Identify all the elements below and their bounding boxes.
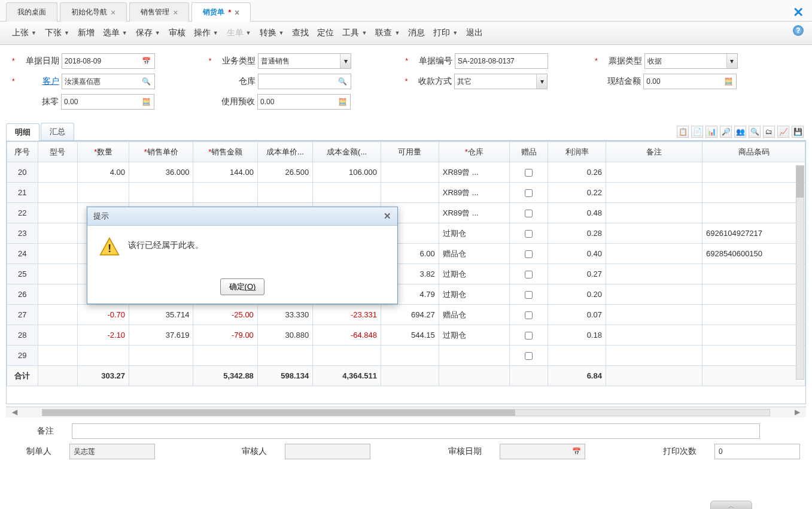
cell[interactable]: 27 [7,305,38,325]
cell[interactable] [38,284,78,305]
cell[interactable]: -25.00 [193,305,257,325]
close-icon[interactable]: × [111,8,115,17]
chart-icon[interactable]: 📈 [777,126,789,138]
gift-checkbox[interactable] [525,291,533,299]
toolbar-联查[interactable]: 联查▼ [372,25,403,41]
cell[interactable] [38,223,78,244]
copy-icon[interactable]: 📋 [677,126,689,138]
gift-checkbox[interactable] [525,352,533,360]
col-header[interactable]: *销售金额 [193,142,257,162]
cell[interactable] [509,305,548,325]
cell[interactable] [381,183,439,203]
cell[interactable]: 0.28 [548,223,606,244]
cols-icon[interactable]: 🗂 [763,126,775,138]
cell[interactable]: 22 [7,203,38,223]
export-icon[interactable]: 📊 [705,126,717,138]
gift-checkbox[interactable] [525,169,533,177]
cell[interactable] [38,162,78,183]
cell[interactable] [606,305,702,325]
subtab-detail[interactable]: 明细 [6,123,39,141]
cell[interactable] [381,162,439,183]
cell[interactable]: 6926104927217 [702,223,805,244]
gift-checkbox[interactable] [525,271,533,278]
tab-sales-mgmt[interactable]: 销售管理× [129,2,189,22]
gift-checkbox[interactable] [525,210,533,217]
tab-sales-order[interactable]: 销货单 *× [191,2,251,22]
find-icon[interactable]: 🔎 [720,126,732,138]
gift-checkbox[interactable] [525,332,533,340]
cell[interactable] [702,183,805,203]
cell[interactable] [78,346,129,366]
cell[interactable]: XR89曾 ... [439,162,509,183]
dropdown-icon[interactable]: ▾ [536,74,547,89]
cell[interactable] [606,346,702,366]
tab-desktop[interactable]: 我的桌面 [6,2,57,22]
subtab-summary[interactable]: 汇总 [41,123,74,140]
cell[interactable] [606,244,702,264]
gift-checkbox[interactable] [525,311,533,319]
toolbar-操作[interactable]: 操作▼ [190,25,222,41]
close-all-icon[interactable]: ✕ [793,5,804,20]
toolbar-上张[interactable]: 上张▼ [8,25,40,41]
input-customer[interactable]: 汝溪嘉佰惠🔍 [62,74,155,89]
cell[interactable] [509,183,548,203]
col-header[interactable]: 序号 [7,142,38,162]
cell[interactable]: -23.331 [313,305,381,325]
toolbar-查找[interactable]: 查找 [288,25,312,41]
col-header[interactable]: *仓库 [439,142,509,162]
col-header[interactable]: 成本金额(... [313,142,381,162]
cell[interactable]: 过期仓 [439,325,509,346]
close-icon[interactable]: ✕ [384,211,391,222]
cell[interactable]: 赠品仓 [439,305,509,325]
cell[interactable] [702,325,805,346]
search-icon[interactable]: 🔍 [141,76,152,87]
col-header[interactable]: 备注 [606,142,702,162]
toolbar-消息[interactable]: 消息 [405,25,428,41]
cell[interactable] [313,346,381,366]
cell[interactable] [78,183,129,203]
input-biz[interactable]: 普通销售▾ [258,53,351,69]
cell[interactable]: 35.714 [129,305,193,325]
toolbar-下张[interactable]: 下张▼ [41,25,73,41]
toolbar-选单[interactable]: 选单▼ [99,25,131,41]
cell[interactable] [702,264,805,284]
ok-button[interactable]: 确定(O) [220,278,265,295]
table-row[interactable]: 204.0036.000144.0026.500106.000XR89曾 ...… [7,162,805,183]
calc-icon[interactable]: 🧮 [337,96,348,107]
cell[interactable]: 过期仓 [439,284,509,305]
input-remark[interactable] [72,423,760,439]
cell[interactable] [606,264,702,284]
cell[interactable]: 24 [7,244,38,264]
col-header[interactable]: 成本单价... [257,142,312,162]
row-icon[interactable]: 👥 [734,126,746,138]
table-row[interactable]: 28-2.1037.619-79.0030.880-64.848544.15过期… [7,325,805,346]
cell[interactable]: 0.40 [548,244,606,264]
cell[interactable]: 20 [7,162,38,183]
col-header[interactable]: *数量 [78,142,129,162]
paste-icon[interactable]: 📄 [691,126,703,138]
label-customer[interactable]: 客户 [17,76,59,87]
cell[interactable]: -79.00 [193,325,257,346]
cell[interactable] [702,346,805,366]
cell[interactable] [509,203,548,223]
zoom-icon[interactable]: 🔍 [749,126,761,138]
horizontal-scrollbar[interactable]: ◀ ▶ [6,407,806,417]
cell[interactable] [702,284,805,305]
cell[interactable] [38,183,78,203]
cell[interactable] [381,346,439,366]
input-receipt[interactable]: 收据▾ [644,53,738,69]
cell[interactable] [509,162,548,183]
cell[interactable]: 0.48 [548,203,606,223]
cell[interactable] [606,325,702,346]
cell[interactable] [606,223,702,244]
toolbar-退出[interactable]: 退出 [463,25,486,41]
search-icon[interactable]: 🔍 [337,76,348,87]
cell[interactable]: 4.00 [78,162,129,183]
col-header[interactable]: 赠品 [509,142,548,162]
cell[interactable] [509,223,548,244]
cell[interactable]: -2.10 [78,325,129,346]
col-header[interactable]: 型号 [38,142,78,162]
cell[interactable]: 36.000 [129,162,193,183]
close-icon[interactable]: × [235,8,239,17]
cell[interactable] [38,305,78,325]
